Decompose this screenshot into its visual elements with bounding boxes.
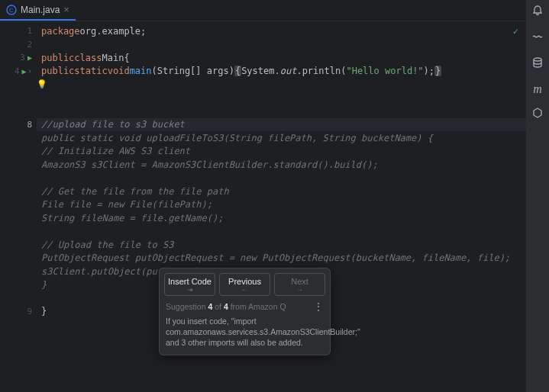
line-number: [0, 185, 37, 198]
close-tab-icon[interactable]: ×: [63, 4, 69, 15]
tab-filename: Main.java: [21, 5, 60, 15]
line-number: [0, 131, 37, 145]
next-suggestion-button[interactable]: Next→: [274, 273, 325, 296]
hexagon-icon[interactable]: [531, 107, 544, 122]
intention-bulb-icon[interactable]: 💡: [37, 79, 47, 89]
java-file-icon: C: [6, 5, 17, 15]
line-number: [0, 92, 37, 105]
right-tool-rail: m: [526, 0, 549, 392]
suggestion-info: If you insert code, "import com.amazonaw…: [160, 316, 330, 355]
gutter: 1 2 3▶ 4▶› 8 9: [0, 21, 37, 392]
line-number: [0, 78, 37, 92]
svg-point-2: [534, 58, 541, 61]
line-number: 2: [0, 38, 37, 52]
line-number: [0, 225, 37, 239]
line-number: 8: [0, 118, 37, 132]
line-number: [0, 145, 37, 159]
line-number: [0, 265, 37, 278]
suggestion-counter: Suggestion 4 of 4 from Amazon Q: [166, 302, 286, 311]
line-number: [0, 238, 37, 252]
amazon-q-icon[interactable]: [531, 31, 544, 46]
line-number: 3▶: [0, 51, 37, 65]
line-number: [0, 172, 37, 185]
line-number: 9: [0, 305, 37, 319]
line-number: 4▶›: [0, 65, 37, 79]
file-tab[interactable]: C Main.java ×: [0, 0, 76, 21]
line-number: [0, 278, 37, 292]
database-icon[interactable]: [531, 56, 544, 72]
run-gutter-icon[interactable]: ▶: [27, 53, 32, 62]
line-number: [0, 291, 37, 305]
svg-text:C: C: [9, 7, 14, 14]
insert-code-button[interactable]: Insert Code⇥: [164, 273, 215, 296]
line-number: [0, 198, 37, 212]
line-number: 1: [0, 24, 37, 38]
maven-icon[interactable]: m: [533, 82, 542, 96]
line-number: [0, 158, 37, 172]
run-gutter-icon[interactable]: ▶: [22, 67, 27, 76]
line-number: [0, 252, 37, 265]
tab-bar: C Main.java ×: [0, 0, 549, 21]
line-number: [0, 104, 37, 118]
previous-suggestion-button[interactable]: Previous←: [219, 273, 270, 296]
popup-menu-icon[interactable]: ⋮: [313, 300, 324, 313]
line-number: [0, 211, 37, 225]
notifications-icon[interactable]: [531, 5, 544, 20]
suggestion-popup: Insert Code⇥ Previous← Next→ Suggestion …: [159, 268, 331, 355]
